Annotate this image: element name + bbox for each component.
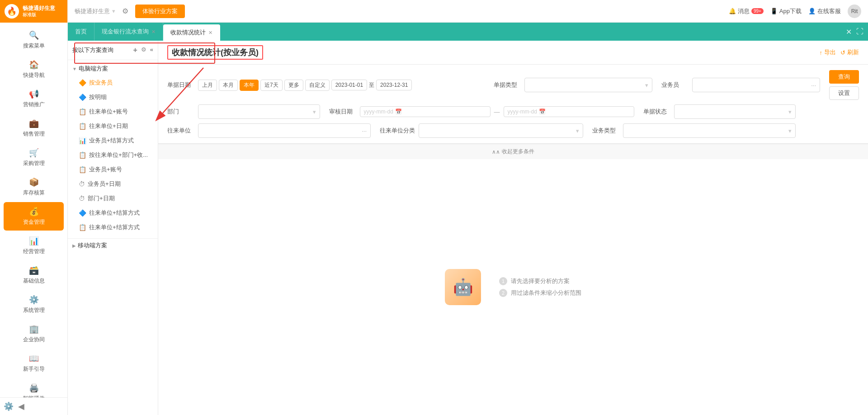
- breadcrumb: 畅捷通好生意 ▾: [75, 7, 115, 15]
- tab-bank-flow-close-icon[interactable]: ✕: [151, 29, 156, 35]
- collapse-more-conditions-bar[interactable]: ∧∧ 收起更多条件: [158, 144, 868, 159]
- scheme-item-salesperson-date[interactable]: ⏱ 业务员+日期: [68, 177, 158, 191]
- left-panel-header: 按以下方案查询 + ⚙ «: [68, 41, 158, 60]
- date-last-month-btn[interactable]: 上月: [198, 80, 217, 91]
- scheme-item-by-salesperson[interactable]: 🔶 按业务员: [68, 75, 158, 90]
- scheme-item-by-detail[interactable]: 🔷 按明细: [68, 90, 158, 104]
- bill-status-select[interactable]: ▾: [674, 104, 796, 119]
- sidebar-nav: 🔍 搜索菜单 🏠 快捷导航 📢 营销推广 💼 销售管理 🛒 采购管理 📦 库存核…: [0, 23, 67, 397]
- tab-bank-flow[interactable]: 现金银行流水查询 ✕: [94, 23, 163, 41]
- date-more-btn[interactable]: 更多: [284, 80, 303, 91]
- tab-close-all-icon[interactable]: ✕: [846, 28, 852, 36]
- bill-type-select[interactable]: ▾: [524, 78, 652, 92]
- date-last7days-btn[interactable]: 近7天: [260, 80, 283, 91]
- logo-text-block: 畅捷通好生意 标准版: [23, 5, 55, 19]
- partner-category-select[interactable]: ▾: [419, 123, 583, 138]
- salesperson-date-label: 业务员+日期: [88, 180, 121, 188]
- date-this-year-btn[interactable]: 本年: [240, 80, 259, 91]
- sidebar-label-basic: 基础信息: [23, 277, 45, 285]
- notification-item[interactable]: 🔔 消息 99+: [729, 7, 764, 15]
- dept-date-label: 部门+日期: [88, 194, 115, 203]
- filter-row-2: 部门 ▾ 审核日期 yyyy-mm-dd 📅 —: [167, 104, 859, 119]
- page-title: 收款情况统计(按业务员): [167, 45, 263, 60]
- scheme-item-partner-settlement2[interactable]: 📋 往来单位+结算方式: [68, 220, 158, 235]
- desktop-group-label: 电脑端方案: [79, 65, 108, 73]
- dept-select[interactable]: ▾: [198, 104, 320, 119]
- partner-input[interactable]: ···: [198, 123, 371, 138]
- desktop-scheme-group-title[interactable]: ▼ 电脑端方案: [68, 62, 158, 75]
- mobile-group-arrow-icon: ▶: [72, 243, 76, 248]
- tab-receipt-stats[interactable]: 收款情况统计 ✕: [163, 24, 220, 41]
- export-button[interactable]: ↑ 导出: [820, 48, 836, 57]
- sidebar-item-system[interactable]: ⚙️ 系统管理: [4, 290, 64, 319]
- salesperson-account-label: 业务员+账号: [89, 165, 122, 174]
- sidebar-item-finance[interactable]: 💰 资金管理: [4, 202, 64, 231]
- scheme-item-partner-settlement1[interactable]: 🔷 往来单位+结算方式: [68, 206, 158, 220]
- mobile-scheme-group-title[interactable]: ▶ 移动端方案: [68, 239, 158, 252]
- scheme-item-partner-dept-receipt[interactable]: 📋 按往来单位+部门+收...: [68, 148, 158, 162]
- sidebar-item-basic[interactable]: 🗃️ 基础信息: [4, 261, 64, 289]
- sidebar-item-purchase[interactable]: 🛒 采购管理: [4, 143, 64, 172]
- sidebar-bottom-settings-icon[interactable]: ⚙️: [4, 401, 14, 411]
- query-button[interactable]: 查询: [829, 70, 859, 84]
- bill-status-label: 单据状态: [643, 108, 670, 116]
- scheme-item-partner-date[interactable]: 📋 往来单位+日期: [68, 119, 158, 133]
- date-from-input[interactable]: 2023-01-01: [331, 80, 367, 90]
- header-settings-icon[interactable]: ⚙: [122, 7, 128, 15]
- sidebar-item-marketing[interactable]: 📢 营销推广: [4, 85, 64, 113]
- scheme-settings-icon[interactable]: ⚙: [141, 46, 146, 54]
- sidebar-item-search-menu[interactable]: 🔍 搜索菜单: [4, 26, 64, 54]
- partner-more-icon: ···: [362, 127, 367, 134]
- sidebar-item-sales[interactable]: 💼 销售管理: [4, 114, 64, 142]
- filter-settings-button[interactable]: 设置: [829, 86, 859, 100]
- bill-status-arrow-icon: ▾: [788, 108, 792, 115]
- date-to-input[interactable]: 2023-12-31: [376, 80, 412, 90]
- sidebar-item-quick-nav[interactable]: 🏠 快捷导航: [4, 55, 64, 84]
- add-scheme-icon[interactable]: +: [133, 46, 137, 54]
- sidebar-item-hardware[interactable]: 🖨️ 智能硬件: [4, 378, 64, 397]
- tab-home[interactable]: 首页: [68, 23, 94, 41]
- tab-fullscreen-icon[interactable]: ⛶: [856, 28, 863, 36]
- quick-nav-icon: 🏠: [29, 60, 39, 70]
- scheme-item-salesperson-account[interactable]: 📋 业务员+账号: [68, 162, 158, 177]
- scheme-item-salesperson-settlement[interactable]: 📊 业务员+结算方式: [68, 133, 158, 148]
- page-title-actions: ↑ 导出 ↺ 刷新: [820, 48, 859, 57]
- business-type-select[interactable]: ▾: [623, 123, 796, 138]
- user-avatar[interactable]: Rit: [848, 5, 861, 18]
- tab-receipt-stats-close-icon[interactable]: ✕: [208, 30, 212, 36]
- partner-label: 往来单位: [167, 127, 194, 135]
- trial-button[interactable]: 体验行业方案: [135, 5, 185, 18]
- sidebar-item-enterprise[interactable]: 🏢 企业协同: [4, 320, 64, 348]
- sidebar-label-guide: 新手引导: [23, 365, 45, 373]
- step-2-text: 用过滤条件来缩小分析范围: [511, 287, 581, 299]
- dept-date-icon: ⏱: [79, 195, 85, 202]
- filter-row-1: 单据日期 上月 本月 本年 近7天 更多 自定义: [167, 70, 859, 100]
- sidebar-label-marketing: 营销推广: [23, 101, 45, 108]
- panel-collapse-icon[interactable]: «: [150, 46, 153, 54]
- date-custom-btn[interactable]: 自定义: [305, 80, 330, 91]
- audit-date-label: 审核日期: [329, 108, 356, 116]
- scheme-item-dept-date[interactable]: ⏱ 部门+日期: [68, 191, 158, 206]
- sidebar-label-quick-nav: 快捷导航: [23, 71, 45, 79]
- refresh-button[interactable]: ↺ 刷新: [840, 48, 859, 57]
- audit-date-from-input[interactable]: yyyy-mm-dd 📅: [360, 106, 491, 117]
- app-download-item[interactable]: 📱 App下载: [770, 7, 802, 15]
- sidebar-item-guide[interactable]: 📖 新手引导: [4, 349, 64, 377]
- empty-steps: 1 请先选择要分析的方案 2 用过滤条件来缩小分析范围: [499, 275, 581, 299]
- salesperson-select[interactable]: ···: [692, 78, 820, 92]
- scheme-item-partner-account[interactable]: 📋 往来单位+账号: [68, 104, 158, 119]
- online-service-item[interactable]: 👤 在线客服: [808, 7, 841, 15]
- sidebar-item-inventory[interactable]: 📦 库存核算: [4, 173, 64, 201]
- guide-icon: 📖: [29, 354, 39, 363]
- audit-date-to-input[interactable]: yyyy-mm-dd 📅: [504, 106, 634, 117]
- sidebar-bottom: ⚙️ ◀: [0, 397, 67, 415]
- date-this-month-btn[interactable]: 本月: [219, 80, 238, 91]
- audit-date-filter-field: 审核日期 yyyy-mm-dd 📅 — yyyy-mm-dd 📅: [329, 106, 634, 117]
- sidebar-item-business[interactable]: 📊 经营管理: [4, 231, 64, 260]
- app-download-icon: 📱: [770, 8, 778, 14]
- refresh-label: 刷新: [847, 48, 859, 57]
- sidebar-bottom-collapse-icon[interactable]: ◀: [18, 401, 24, 411]
- mobile-group-label: 移动端方案: [78, 241, 107, 250]
- inventory-icon: 📦: [29, 177, 39, 187]
- audit-date-from-placeholder: yyyy-mm-dd: [364, 108, 393, 115]
